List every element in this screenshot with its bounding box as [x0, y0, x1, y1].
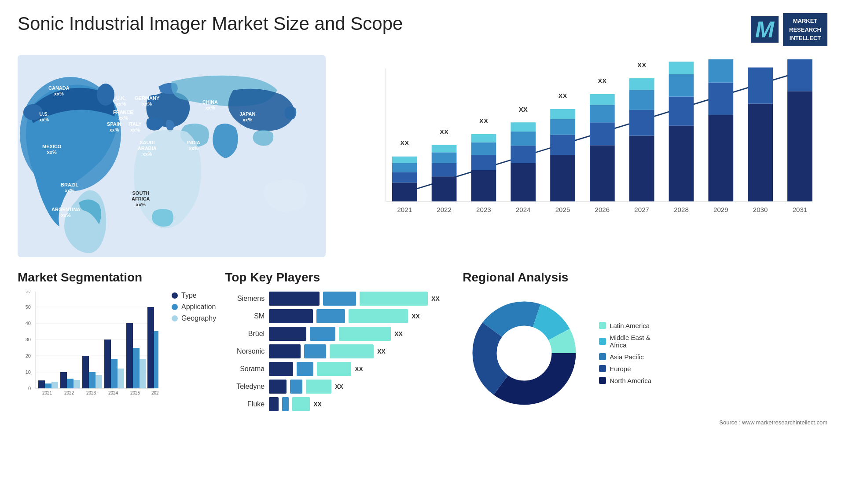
svg-rect-59	[708, 82, 733, 115]
player-bars-siemens: XX	[269, 292, 454, 306]
svg-rect-53	[669, 96, 694, 125]
svg-text:2030: 2030	[753, 205, 768, 213]
segmentation-title: Market Segmentation	[18, 270, 216, 285]
svg-rect-42	[590, 105, 615, 122]
map-label-southafrica: SOUTHAFRICAxx%	[132, 190, 150, 208]
legend-north-america: North America	[599, 377, 651, 384]
svg-rect-12	[392, 163, 417, 172]
segmentation-section: Market Segmentation 0 10 20 30 40 50 60	[18, 270, 216, 438]
player-bars-norsonic: XX	[269, 344, 454, 358]
legend-dot-application	[172, 304, 178, 310]
svg-text:2022: 2022	[64, 391, 74, 395]
bar-mid-fluke	[282, 397, 289, 411]
player-fluke: Fluke XX	[225, 397, 454, 411]
svg-text:2026: 2026	[151, 391, 158, 395]
legend-type: Type	[172, 292, 216, 299]
svg-rect-17	[432, 163, 457, 176]
svg-rect-36	[550, 119, 575, 135]
svg-text:2031: 2031	[793, 205, 808, 213]
svg-rect-47	[629, 110, 654, 135]
bar-mid-teledyne	[290, 380, 302, 394]
bar-chart-container: XX 2021 XX 2022 XX 2023	[334, 55, 827, 257]
map-label-argentina: ARGENTINAxx%	[51, 207, 80, 218]
player-xx-sorama: XX	[355, 365, 363, 373]
top-section: CANADAxx% U.S.xx% MEXICOxx% BRAZILxx% AR…	[18, 55, 827, 257]
bar-mid-bruel	[310, 327, 335, 341]
svg-text:XX: XX	[400, 139, 409, 146]
player-xx-siemens: XX	[431, 295, 440, 302]
svg-rect-40	[590, 145, 615, 201]
svg-rect-63	[748, 67, 773, 103]
bar-dark-sorama	[269, 362, 293, 376]
page-container: Sonic Industrial Imager Market Size and …	[0, 0, 845, 504]
bar-dark-teledyne	[269, 380, 287, 394]
players-list: Siemens XX SM XX	[225, 292, 454, 411]
legend-label-geography: Geography	[181, 314, 216, 322]
player-name-siemens: Siemens	[225, 295, 265, 303]
player-bars-fluke: XX	[269, 397, 454, 411]
legend-europe: Europe	[599, 365, 651, 373]
svg-rect-65	[787, 91, 812, 201]
segmentation-svg: 0 10 20 30 40 50 60	[18, 292, 158, 406]
svg-rect-29	[511, 146, 536, 163]
legend-label-application: Application	[181, 303, 216, 311]
legend-color-latin-america	[599, 322, 606, 329]
svg-rect-85	[38, 380, 45, 388]
player-xx-sm: XX	[411, 313, 420, 320]
map-label-brazil: BRAZILxx%	[61, 182, 78, 194]
svg-text:2024: 2024	[516, 205, 531, 213]
player-name-norsonic: Norsonic	[225, 347, 265, 355]
legend-label-latin-america: Latin America	[610, 322, 650, 329]
svg-rect-105	[147, 307, 154, 388]
svg-text:40: 40	[26, 321, 31, 326]
logo-m-icon: M	[751, 16, 779, 43]
player-xx-fluke: XX	[313, 401, 322, 408]
svg-rect-97	[104, 340, 111, 388]
svg-text:XX: XX	[598, 77, 606, 84]
bar-dark-fluke	[269, 397, 279, 411]
bar-light-sm	[349, 309, 408, 323]
header: Sonic Industrial Imager Market Size and …	[18, 13, 827, 46]
map-label-uk: U.K.xx%	[116, 95, 126, 107]
svg-rect-46	[629, 135, 654, 201]
bar-light-fluke	[292, 397, 310, 411]
player-bars-sorama: XX	[269, 362, 454, 376]
legend-color-north-america	[599, 377, 606, 384]
svg-text:2024: 2024	[108, 391, 118, 395]
bar-dark-bruel	[269, 327, 306, 341]
svg-rect-23	[471, 155, 496, 170]
svg-rect-28	[511, 163, 536, 201]
svg-rect-62	[748, 103, 773, 201]
bar-mid-siemens	[323, 292, 356, 306]
svg-point-2	[97, 84, 114, 106]
player-bars-teledyne: XX	[269, 380, 454, 394]
svg-rect-106	[154, 331, 158, 388]
bar-dark-siemens	[269, 292, 320, 306]
legend-color-middle-east	[599, 338, 606, 345]
bar-mid-sm	[316, 309, 345, 323]
svg-text:XX: XX	[558, 92, 567, 99]
player-xx-norsonic: XX	[377, 348, 386, 355]
map-label-japan: JAPANxx%	[239, 111, 255, 123]
svg-rect-16	[432, 176, 457, 201]
svg-rect-37	[550, 109, 575, 119]
svg-text:2022: 2022	[437, 205, 452, 213]
svg-rect-31	[511, 122, 536, 131]
svg-text:60: 60	[26, 292, 31, 293]
source-container: Source : www.marketresearchintellect.com	[463, 419, 827, 426]
svg-text:2023: 2023	[86, 391, 96, 395]
svg-rect-43	[590, 94, 615, 105]
player-siemens: Siemens XX	[225, 292, 454, 306]
bar-light-sorama	[317, 362, 351, 376]
map-label-spain: SPAINxx%	[107, 121, 121, 133]
legend-label-asia-pacific: Asia Pacific	[610, 353, 644, 361]
svg-rect-93	[82, 356, 89, 388]
svg-rect-22	[471, 170, 496, 201]
map-label-italy: ITALYxx%	[129, 121, 142, 133]
svg-text:50: 50	[26, 304, 31, 310]
svg-rect-54	[669, 74, 694, 96]
player-name-fluke: Fluke	[225, 400, 265, 408]
source-text: Source : www.marketresearchintellect.com	[463, 419, 827, 426]
svg-rect-86	[45, 383, 51, 388]
legend-dot-geography	[172, 315, 178, 321]
